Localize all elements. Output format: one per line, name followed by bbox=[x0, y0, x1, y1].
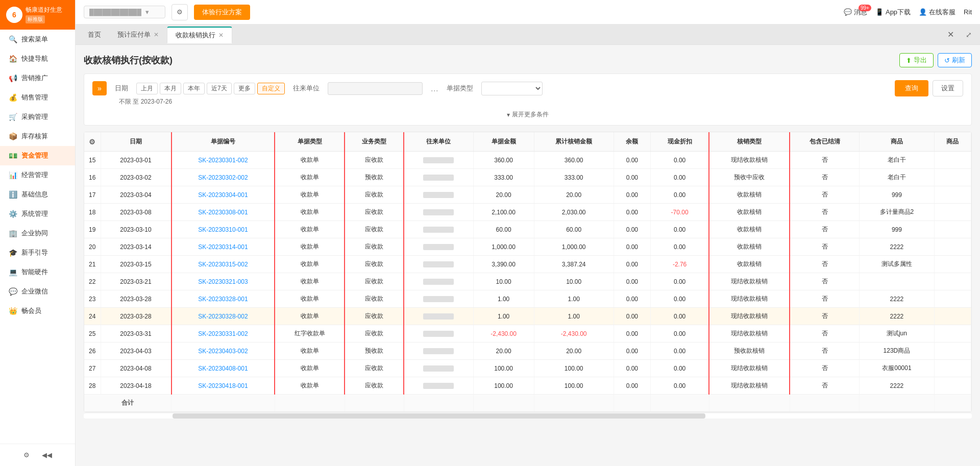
receipt-link[interactable]: SK-20230408-001 bbox=[198, 365, 248, 372]
tab-receipt-writeoff[interactable]: 收款核销执行 ✕ bbox=[167, 27, 232, 43]
messages-btn[interactable]: 💬 消息 99+ bbox=[844, 8, 867, 17]
td-biz-type: 应收款 bbox=[345, 152, 404, 169]
sidebar-item-newbie[interactable]: 🎓 新手引导 bbox=[0, 243, 75, 262]
sidebar-item-quicknav[interactable]: 🏠 快捷导航 bbox=[0, 49, 75, 68]
receipt-link[interactable]: SK-20230301-002 bbox=[198, 157, 248, 164]
date-more-btn[interactable]: 更多 bbox=[234, 83, 255, 94]
td-partner bbox=[404, 290, 473, 308]
td-code[interactable]: SK-20230314-001 bbox=[172, 238, 275, 256]
th-partner: 往来单位 bbox=[404, 132, 473, 152]
sidebar-item-sales[interactable]: 💰 销售管理 bbox=[0, 88, 75, 107]
td-code[interactable]: SK-20230302-002 bbox=[172, 169, 275, 186]
tab-prepay-payable[interactable]: 预计应付单 ✕ bbox=[109, 27, 167, 42]
td-amount: 20.00 bbox=[473, 342, 534, 360]
solution-btn[interactable]: 体验行业方案 bbox=[194, 5, 250, 20]
td-code[interactable]: SK-20230308-001 bbox=[172, 204, 275, 221]
td-code[interactable]: SK-20230403-002 bbox=[172, 342, 275, 360]
sidebar-item-corp[interactable]: 🏢 企业协同 bbox=[0, 224, 75, 243]
receipt-link[interactable]: SK-20230328-002 bbox=[198, 313, 248, 320]
tab-close-icon[interactable]: ✕ bbox=[218, 32, 224, 39]
expand-tabs-btn[interactable]: ⤢ bbox=[962, 28, 976, 42]
sidebar-item-label: 基础信息 bbox=[21, 190, 48, 199]
td-code[interactable]: SK-20230408-001 bbox=[172, 360, 275, 377]
company-selector[interactable]: ████████████ ▾ bbox=[84, 6, 165, 18]
td-num: 18 bbox=[84, 204, 101, 221]
table-row: 252023-03-31SK-20230331-002红字收款单应收款 -2,4… bbox=[84, 325, 971, 342]
receipt-type-select[interactable] bbox=[481, 82, 543, 95]
receipt-link[interactable]: SK-20230302-002 bbox=[198, 174, 248, 181]
td-code[interactable]: SK-20230331-002 bbox=[172, 325, 275, 342]
export-btn[interactable]: ⬆ 导出 bbox=[899, 53, 934, 67]
tab-close-icon[interactable]: ✕ bbox=[154, 31, 159, 38]
app-download-btn[interactable]: 📱 App下载 bbox=[875, 8, 911, 17]
td-code[interactable]: SK-20230328-001 bbox=[172, 290, 275, 308]
query-btn[interactable]: 查询 bbox=[895, 80, 928, 96]
receipt-link[interactable]: SK-20230304-001 bbox=[198, 191, 248, 199]
td-num: 17 bbox=[84, 186, 101, 204]
td-discount: 0.00 bbox=[650, 308, 709, 325]
td-bill-type: 收款单 bbox=[275, 308, 345, 325]
partner-input[interactable] bbox=[328, 82, 423, 95]
user-menu-btn[interactable]: Rit bbox=[964, 8, 972, 16]
sidebar-collapse-btn[interactable]: ◀◀ bbox=[37, 448, 57, 462]
receipt-link[interactable]: SK-20230314-001 bbox=[198, 243, 248, 251]
td-goods2 bbox=[934, 186, 971, 204]
td-code[interactable]: SK-20230328-002 bbox=[172, 308, 275, 325]
logo-text: 畅康道好生意 bbox=[26, 6, 62, 14]
refresh-btn[interactable]: ↺ 刷新 bbox=[938, 53, 972, 67]
td-num: 20 bbox=[84, 238, 101, 256]
td-bill-type: 收款单 bbox=[275, 360, 345, 377]
td-goods2 bbox=[934, 290, 971, 308]
receipt-link[interactable]: SK-20230315-002 bbox=[198, 261, 248, 268]
td-code[interactable]: SK-20230315-002 bbox=[172, 256, 275, 273]
sidebar-item-search[interactable]: 🔍 搜索菜单 bbox=[0, 30, 75, 49]
receipt-link[interactable]: SK-20230331-002 bbox=[198, 330, 248, 337]
td-writeoff: 100.00 bbox=[534, 377, 614, 395]
receipt-link[interactable]: SK-20230328-001 bbox=[198, 296, 248, 303]
td-code[interactable]: SK-20230301-002 bbox=[172, 152, 275, 169]
date-this-year-btn[interactable]: 本年 bbox=[183, 83, 205, 94]
receipt-link[interactable]: SK-20230403-002 bbox=[198, 348, 248, 355]
td-partner bbox=[404, 273, 473, 290]
date-last-month-btn[interactable]: 上月 bbox=[136, 83, 158, 94]
date-custom-btn[interactable]: 自定义 bbox=[257, 83, 285, 94]
tab-home[interactable]: 首页 bbox=[80, 27, 109, 42]
receipt-link[interactable]: SK-20230418-001 bbox=[198, 382, 248, 389]
sidebar-item-vip[interactable]: 👑 畅会员 bbox=[0, 301, 75, 321]
column-settings-icon[interactable]: ⚙ bbox=[89, 138, 95, 146]
td-code[interactable]: SK-20230321-003 bbox=[172, 273, 275, 290]
sidebar-item-system[interactable]: ⚙️ 系统管理 bbox=[0, 204, 75, 224]
filter-setting-btn[interactable]: 设置 bbox=[933, 80, 963, 96]
sidebar-item-operations[interactable]: 📊 经营管理 bbox=[0, 165, 75, 185]
expand-more-conditions-btn[interactable]: ▾ 展开更多条件 bbox=[92, 110, 963, 119]
sidebar-item-finance[interactable]: 💵 资金管理 bbox=[0, 146, 75, 165]
td-code[interactable]: SK-20230304-001 bbox=[172, 186, 275, 204]
close-all-tabs-btn[interactable]: ✕ bbox=[943, 28, 958, 42]
sidebar-item-basic[interactable]: ℹ️ 基础信息 bbox=[0, 185, 75, 204]
receipt-link[interactable]: SK-20230308-001 bbox=[198, 209, 248, 216]
date-7days-btn[interactable]: 近7天 bbox=[207, 83, 232, 94]
online-service-btn[interactable]: 👤 在线客服 bbox=[919, 8, 955, 17]
td-amount: 3,390.00 bbox=[473, 256, 534, 273]
receipt-link[interactable]: SK-20230310-001 bbox=[198, 226, 248, 233]
td-biz-type: 应收款 bbox=[345, 308, 404, 325]
settings-gear-btn[interactable]: ⚙ bbox=[172, 4, 188, 20]
filter-toggle-btn[interactable]: » bbox=[92, 81, 107, 95]
sidebar-item-purchase[interactable]: 🛒 采购管理 bbox=[0, 107, 75, 127]
sidebar-item-hardware[interactable]: 💻 智能硬件 bbox=[0, 262, 75, 282]
sidebar-settings-btn[interactable]: ⚙ bbox=[18, 448, 35, 462]
receipt-link[interactable]: SK-20230321-003 bbox=[198, 278, 248, 285]
th-goods1: 商品 bbox=[859, 132, 934, 152]
sidebar-item-inventory[interactable]: 📦 库存核算 bbox=[0, 127, 75, 146]
sidebar-item-label: 库存核算 bbox=[21, 132, 48, 141]
td-partner bbox=[404, 342, 473, 360]
td-code[interactable]: SK-20230310-001 bbox=[172, 221, 275, 238]
sidebar-bottom: ⚙ ◀◀ bbox=[0, 444, 75, 466]
td-amount: 1.00 bbox=[473, 308, 534, 325]
td-num: 15 bbox=[84, 152, 101, 169]
table-row: 172023-03-04SK-20230304-001收款单应收款 20.002… bbox=[84, 186, 971, 204]
date-this-month-btn[interactable]: 本月 bbox=[160, 83, 181, 94]
td-code[interactable]: SK-20230418-001 bbox=[172, 377, 275, 395]
sidebar-item-wechat[interactable]: 💬 企业微信 bbox=[0, 282, 75, 301]
sidebar-item-marketing[interactable]: 📢 营销推广 bbox=[0, 68, 75, 88]
